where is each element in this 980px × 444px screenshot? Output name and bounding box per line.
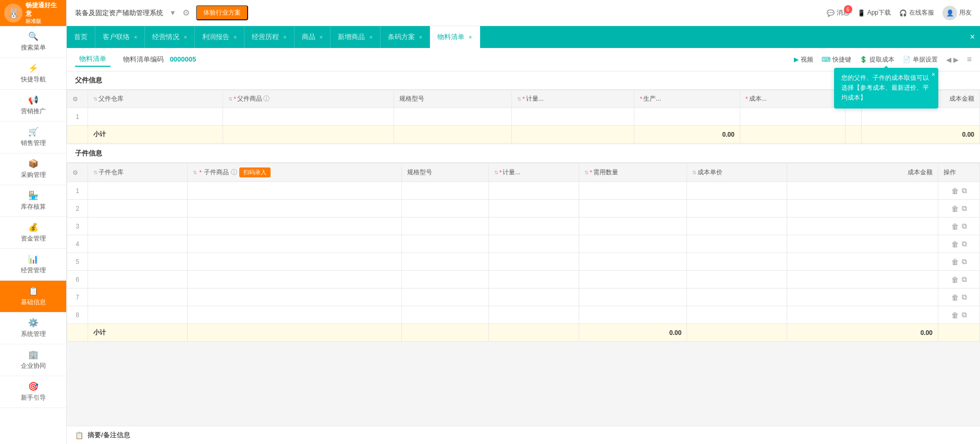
child-unit-6[interactable] (488, 271, 579, 289)
child-unit-4[interactable] (488, 235, 579, 253)
copy-icon-6[interactable]: ⧉ (962, 275, 967, 284)
copy-icon-3[interactable]: ⧉ (962, 222, 967, 231)
tab-history[interactable]: 经营历程 × (244, 26, 294, 48)
child-warehouse-1[interactable] (88, 182, 188, 200)
child-spec-5[interactable] (401, 253, 488, 271)
sidebar-item-system[interactable]: ⚙️ 系统管理 (0, 313, 66, 344)
child-spec-4[interactable] (401, 235, 488, 253)
tab-operations-close[interactable]: × (183, 34, 187, 40)
child-goods-8[interactable] (188, 306, 402, 324)
system-dropdown[interactable]: ▼ (169, 9, 176, 17)
tab-profit[interactable]: 利润报告 × (195, 26, 244, 48)
tab-new-goods-close[interactable]: × (369, 34, 372, 40)
tab-new-goods[interactable]: 新增商品 × (330, 26, 380, 48)
child-spec-2[interactable] (401, 200, 488, 218)
sidebar-item-operations[interactable]: 📊 经营管理 (0, 249, 66, 281)
tab-bom-close[interactable]: × (469, 34, 472, 40)
child-cost-price-1[interactable] (687, 182, 787, 200)
tab-operations[interactable]: 经营情况 × (145, 26, 194, 48)
child-warehouse-3[interactable] (88, 218, 188, 235)
child-cost-price-2[interactable] (687, 200, 787, 218)
sub-tab-bom-list[interactable]: 物料清单 (75, 52, 111, 67)
child-cost-price-6[interactable] (687, 271, 787, 289)
child-goods-2[interactable] (188, 200, 402, 218)
delete-icon-1[interactable]: 🗑 (951, 187, 959, 195)
delete-icon-4[interactable]: 🗑 (951, 240, 959, 248)
child-warehouse-4[interactable] (88, 235, 188, 253)
parent-production-1[interactable] (634, 108, 740, 126)
child-warehouse-2[interactable] (88, 200, 188, 218)
sidebar-item-search[interactable]: 🔍 搜索菜单 (0, 26, 66, 58)
sidebar-item-quick-nav[interactable]: ⚡ 快捷导航 (0, 58, 66, 90)
tooltip-close-button[interactable]: × (932, 70, 935, 80)
copy-icon-7[interactable]: ⧉ (962, 293, 967, 302)
toolbar-video[interactable]: ▶ 视频 (794, 55, 813, 64)
child-spec-6[interactable] (401, 271, 488, 289)
user-item[interactable]: 👤 用友 (942, 6, 972, 20)
child-spec-7[interactable] (401, 289, 488, 306)
tab-barcode[interactable]: 条码方案 × (381, 26, 430, 48)
tab-barcode-close[interactable]: × (419, 34, 422, 40)
parent-unit-1[interactable] (512, 108, 634, 126)
sidebar-item-guide[interactable]: 🎯 新手引导 (0, 376, 66, 408)
prev-arrow[interactable]: ◀ (946, 56, 951, 64)
delete-icon-2[interactable]: 🗑 (951, 205, 959, 213)
child-spec-3[interactable] (401, 218, 488, 235)
tab-bom[interactable]: 物料清单 × (430, 26, 480, 48)
scan-button[interactable]: 扫码录入 (239, 167, 271, 177)
child-cost-price-5[interactable] (687, 253, 787, 271)
child-warehouse-6[interactable] (88, 271, 188, 289)
child-quantity-4[interactable] (579, 235, 687, 253)
child-cost-price-7[interactable] (687, 289, 787, 306)
trial-button[interactable]: 体验行业方案 (196, 5, 248, 20)
tab-home[interactable]: 首页 (67, 26, 95, 48)
sidebar-item-enterprise[interactable]: 🏢 企业协同 (0, 344, 66, 376)
copy-icon-5[interactable]: ⧉ (962, 257, 967, 266)
child-settings-icon[interactable]: ⚙ (72, 169, 78, 176)
parent-warehouse-1[interactable] (88, 108, 223, 126)
sub-tab-bom-code[interactable]: 物料清单编码 0000005 (119, 53, 200, 66)
child-goods-3[interactable] (188, 218, 402, 235)
copy-icon-4[interactable]: ⧉ (962, 239, 967, 248)
toolbar-cost[interactable]: 💲 提取成本 (860, 55, 895, 64)
parent-cost-1[interactable] (740, 108, 846, 126)
child-spec-1[interactable] (401, 182, 488, 200)
child-quantity-2[interactable] (579, 200, 687, 218)
copy-icon-8[interactable]: ⧉ (962, 310, 967, 319)
sidebar-item-purchase[interactable]: 📦 采购管理 (0, 153, 66, 185)
child-quantity-3[interactable] (579, 218, 687, 235)
child-goods-1[interactable] (188, 182, 402, 200)
sidebar-item-inventory[interactable]: 🏪 库存核算 (0, 185, 66, 217)
online-service-item[interactable]: 🎧 在线客服 (899, 8, 934, 17)
sidebar-item-finance[interactable]: 💰 资金管理 (0, 217, 66, 249)
tab-history-close[interactable]: × (283, 34, 286, 40)
child-warehouse-7[interactable] (88, 289, 188, 306)
copy-icon-2[interactable]: ⧉ (962, 204, 967, 213)
tab-profit-close[interactable]: × (234, 34, 237, 40)
parent-goods-1[interactable] (223, 108, 394, 126)
delete-icon-7[interactable]: 🗑 (951, 293, 959, 302)
toolbar-shortcut[interactable]: ⌨ 快捷键 (822, 55, 851, 64)
child-quantity-6[interactable] (579, 271, 687, 289)
child-spec-8[interactable] (401, 306, 488, 324)
child-cost-price-4[interactable] (687, 235, 787, 253)
child-unit-2[interactable] (488, 200, 579, 218)
child-unit-8[interactable] (488, 306, 579, 324)
child-unit-1[interactable] (488, 182, 579, 200)
child-warehouse-8[interactable] (88, 306, 188, 324)
tab-customer[interactable]: 客户联络 × (95, 26, 145, 48)
parent-settings-icon[interactable]: ⚙ (72, 95, 78, 103)
parent-spec-1[interactable] (394, 108, 512, 126)
delete-icon-5[interactable]: 🗑 (951, 258, 959, 266)
child-quantity-5[interactable] (579, 253, 687, 271)
child-goods-6[interactable] (188, 271, 402, 289)
child-quantity-8[interactable] (579, 306, 687, 324)
message-item[interactable]: 💬 消息 6 (827, 8, 849, 17)
child-quantity-1[interactable] (579, 182, 687, 200)
tab-goods-close[interactable]: × (320, 34, 323, 40)
child-unit-5[interactable] (488, 253, 579, 271)
grid-icon[interactable]: ≡ (967, 55, 972, 64)
child-cost-price-3[interactable] (687, 218, 787, 235)
settings-icon[interactable]: ⚙ (182, 8, 190, 18)
toolbar-settings[interactable]: 📄 单据设置 (903, 55, 938, 64)
